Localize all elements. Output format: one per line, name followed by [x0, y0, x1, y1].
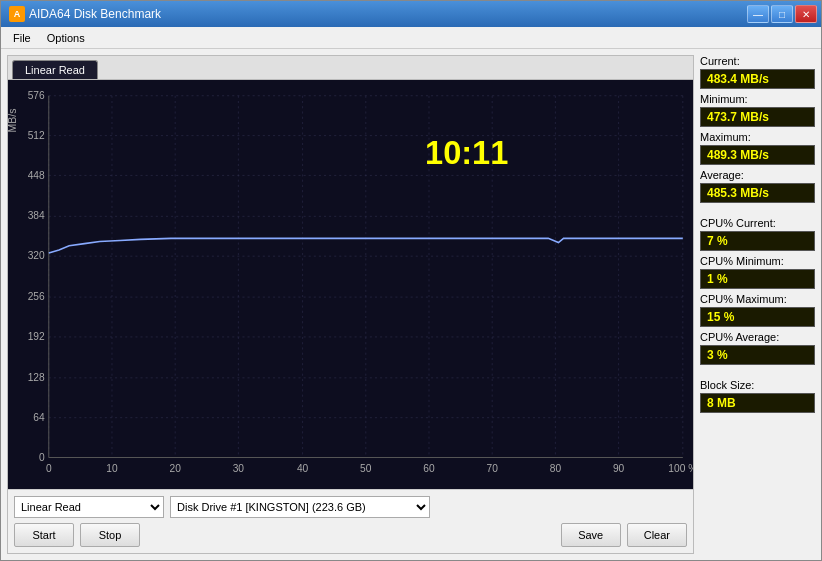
right-panel: Current: 483.4 MB/s Minimum: 473.7 MB/s … — [700, 55, 815, 554]
cpu-current-value: 7 % — [700, 231, 815, 251]
block-size-value: 8 MB — [700, 393, 815, 413]
svg-text:192: 192 — [28, 331, 45, 342]
svg-text:448: 448 — [28, 169, 45, 180]
controls-row1: Linear Read Disk Drive #1 [KINGSTON] (22… — [14, 496, 687, 518]
menu-bar: File Options — [1, 27, 821, 49]
block-size-label: Block Size: — [700, 379, 815, 391]
svg-text:100 %: 100 % — [668, 463, 693, 474]
title-bar-left: A AIDA64 Disk Benchmark — [9, 6, 161, 22]
cpu-minimum-value: 1 % — [700, 269, 815, 289]
cpu-maximum-value: 15 % — [700, 307, 815, 327]
close-button[interactable]: ✕ — [795, 5, 817, 23]
svg-text:128: 128 — [28, 372, 45, 383]
start-button[interactable]: Start — [14, 523, 74, 547]
average-stat: Average: 485.3 MB/s — [700, 169, 815, 203]
minimum-stat: Minimum: 473.7 MB/s — [700, 93, 815, 127]
svg-text:30: 30 — [233, 463, 245, 474]
maximize-button[interactable]: □ — [771, 5, 793, 23]
svg-text:10:11: 10:11 — [425, 133, 508, 171]
save-button[interactable]: Save — [561, 523, 621, 547]
tab-linear-read[interactable]: Linear Read — [12, 60, 98, 79]
svg-text:60: 60 — [423, 463, 435, 474]
svg-text:320: 320 — [28, 250, 45, 261]
app-icon: A — [9, 6, 25, 22]
menu-file[interactable]: File — [5, 27, 39, 48]
cpu-current-label: CPU% Current: — [700, 217, 815, 229]
controls-row2: Start Stop Save Clear — [14, 523, 687, 547]
svg-text:MB/s: MB/s — [8, 109, 18, 133]
minimize-button[interactable]: — — [747, 5, 769, 23]
cpu-average-value: 3 % — [700, 345, 815, 365]
tab-bar: Linear Read — [8, 56, 693, 80]
svg-text:50: 50 — [360, 463, 372, 474]
main-window: A AIDA64 Disk Benchmark — □ ✕ File Optio… — [0, 0, 822, 561]
cpu-average-stat: CPU% Average: 3 % — [700, 331, 815, 365]
left-panel: Linear Read — [7, 55, 694, 554]
minimum-value: 473.7 MB/s — [700, 107, 815, 127]
window-title: AIDA64 Disk Benchmark — [29, 7, 161, 21]
chart-svg: 576 512 448 384 320 256 192 128 64 0 MB/… — [8, 80, 693, 489]
cpu-average-label: CPU% Average: — [700, 331, 815, 343]
svg-text:0: 0 — [46, 463, 52, 474]
svg-text:70: 70 — [487, 463, 499, 474]
cpu-current-stat: CPU% Current: 7 % — [700, 217, 815, 251]
current-value: 483.4 MB/s — [700, 69, 815, 89]
svg-text:512: 512 — [28, 130, 45, 141]
svg-text:10: 10 — [106, 463, 118, 474]
stop-button[interactable]: Stop — [80, 523, 140, 547]
current-stat: Current: 483.4 MB/s — [700, 55, 815, 89]
svg-text:40: 40 — [297, 463, 309, 474]
maximum-label: Maximum: — [700, 131, 815, 143]
title-bar: A AIDA64 Disk Benchmark — □ ✕ — [1, 1, 821, 27]
title-buttons: — □ ✕ — [747, 5, 817, 23]
drive-select[interactable]: Disk Drive #1 [KINGSTON] (223.6 GB) — [170, 496, 430, 518]
block-size-stat: Block Size: 8 MB — [700, 379, 815, 413]
svg-rect-0 — [8, 80, 693, 489]
current-label: Current: — [700, 55, 815, 67]
menu-options[interactable]: Options — [39, 27, 93, 48]
cpu-minimum-stat: CPU% Minimum: 1 % — [700, 255, 815, 289]
svg-text:576: 576 — [28, 90, 45, 101]
cpu-maximum-label: CPU% Maximum: — [700, 293, 815, 305]
clear-button[interactable]: Clear — [627, 523, 687, 547]
bottom-controls: Linear Read Disk Drive #1 [KINGSTON] (22… — [8, 489, 693, 553]
svg-text:256: 256 — [28, 291, 45, 302]
maximum-value: 489.3 MB/s — [700, 145, 815, 165]
svg-text:80: 80 — [550, 463, 562, 474]
cpu-minimum-label: CPU% Minimum: — [700, 255, 815, 267]
average-value: 485.3 MB/s — [700, 183, 815, 203]
chart-area: 576 512 448 384 320 256 192 128 64 0 MB/… — [8, 80, 693, 489]
cpu-maximum-stat: CPU% Maximum: 15 % — [700, 293, 815, 327]
minimum-label: Minimum: — [700, 93, 815, 105]
svg-text:0: 0 — [39, 452, 45, 463]
test-type-select[interactable]: Linear Read — [14, 496, 164, 518]
svg-text:90: 90 — [613, 463, 625, 474]
maximum-stat: Maximum: 489.3 MB/s — [700, 131, 815, 165]
svg-text:64: 64 — [33, 412, 45, 423]
svg-text:20: 20 — [170, 463, 182, 474]
svg-text:384: 384 — [28, 210, 45, 221]
main-content: Linear Read — [1, 49, 821, 560]
average-label: Average: — [700, 169, 815, 181]
